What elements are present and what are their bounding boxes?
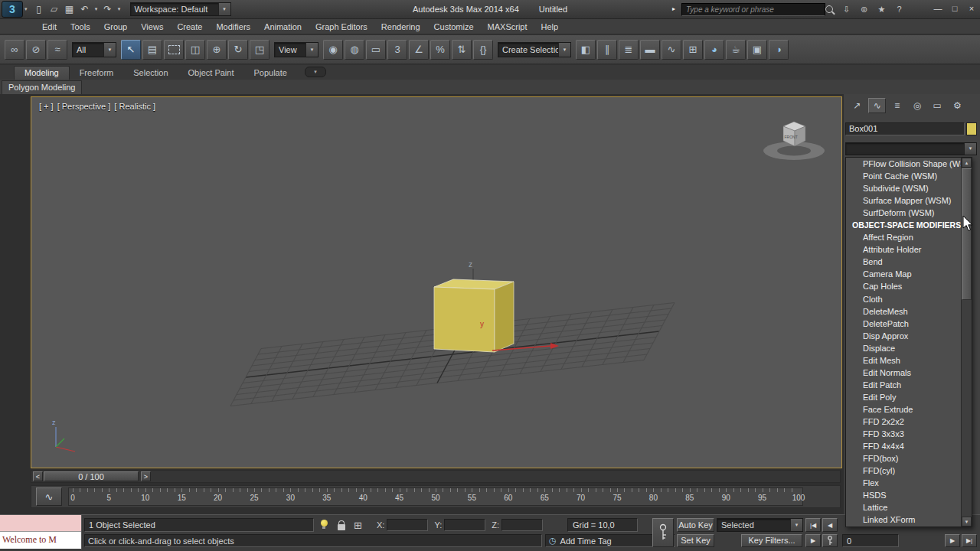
ribbon-subtab-polygon-modeling[interactable]: Polygon Modeling bbox=[2, 80, 82, 94]
modifier-item-affect-region[interactable]: Affect Region bbox=[846, 231, 961, 243]
key-filter-selected-arrow-icon[interactable]: ▼ bbox=[790, 519, 802, 531]
close-button[interactable]: × bbox=[966, 2, 977, 15]
modifier-item-disp-approx[interactable]: Disp Approx bbox=[846, 330, 961, 342]
play-button[interactable]: ▶ bbox=[805, 534, 821, 547]
coord-field-z[interactable] bbox=[501, 519, 543, 531]
ribbon-tab-modeling[interactable]: Modeling bbox=[14, 66, 70, 80]
modifier-item-point-cache-wsm[interactable]: Point Cache (WSM) bbox=[846, 170, 961, 182]
modifier-item-surface-mapper-wsm[interactable]: Surface Mapper (WSM) bbox=[846, 194, 961, 207]
key-mode-toggle-button[interactable] bbox=[822, 534, 838, 547]
modifier-item-hsds[interactable]: HSDS bbox=[846, 489, 961, 501]
go-to-start-button[interactable]: |◀ bbox=[805, 518, 821, 532]
render-setup-icon[interactable]: ☕ bbox=[726, 40, 746, 60]
modifier-item-surfdeform-wsm[interactable]: SurfDeform (WSM) bbox=[846, 207, 961, 219]
search-icon[interactable] bbox=[822, 3, 835, 16]
minimize-button[interactable]: — bbox=[933, 2, 943, 15]
add-time-tag-label[interactable]: Add Time Tag bbox=[560, 536, 612, 546]
maxscript-mini-listener[interactable]: Welcome to M bbox=[0, 515, 82, 549]
menu-customize[interactable]: Customize bbox=[427, 22, 481, 31]
time-step-back-button[interactable]: < bbox=[33, 471, 43, 481]
modifier-list-scrollbar[interactable]: ▲ ▼ bbox=[961, 158, 972, 527]
viewport[interactable]: z y FRONT bbox=[31, 96, 842, 468]
select-and-scale-icon[interactable]: ◳ bbox=[250, 40, 270, 60]
menu-maxscript[interactable]: MAXScript bbox=[481, 22, 534, 31]
auto-key-button[interactable]: Auto Key bbox=[677, 518, 714, 532]
set-keys-button[interactable] bbox=[652, 518, 674, 547]
track-bar[interactable]: ∿ 05101520253035404550556065707580859095… bbox=[31, 485, 841, 508]
key-filter-selected-combo[interactable]: Selected ▼ bbox=[717, 518, 803, 532]
previous-frame-button[interactable]: ◀ bbox=[822, 518, 838, 532]
menu-group[interactable]: Group bbox=[97, 22, 135, 31]
command-tab-utilities[interactable]: ⚙ bbox=[949, 98, 966, 113]
new-scene-icon[interactable]: ▯ bbox=[32, 2, 46, 16]
next-frame-button[interactable]: ▶ bbox=[945, 534, 960, 547]
command-tab-display[interactable]: ▭ bbox=[929, 98, 946, 113]
workspace-combo[interactable]: Workspace: Default ▼ bbox=[130, 2, 231, 16]
menu-tools[interactable]: Tools bbox=[64, 22, 97, 31]
modifier-item-edit-normals[interactable]: Edit Normals bbox=[846, 367, 961, 379]
modifier-item-edit-patch[interactable]: Edit Patch bbox=[846, 379, 961, 391]
modifier-item-cap-holes[interactable]: Cap Holes bbox=[846, 280, 961, 292]
object-name-field[interactable]: Box001 bbox=[845, 122, 965, 135]
select-and-link-icon[interactable]: ∞ bbox=[5, 40, 24, 60]
modifier-item-displace[interactable]: Displace bbox=[846, 342, 961, 354]
menu-views[interactable]: Views bbox=[134, 22, 170, 31]
undo-dropdown-icon[interactable]: ▾ bbox=[93, 2, 100, 16]
subscription-center-icon[interactable]: ⇩ bbox=[840, 3, 853, 16]
application-menu-arrow-icon[interactable]: ▾ bbox=[24, 6, 28, 12]
save-file-icon[interactable]: ▦ bbox=[63, 2, 77, 16]
infocenter-search-input[interactable] bbox=[681, 3, 825, 16]
coord-field-y[interactable] bbox=[444, 519, 485, 531]
modifier-item-subdivide-wsm[interactable]: Subdivide (WSM) bbox=[846, 182, 961, 194]
keyboard-shortcut-override-icon[interactable]: ▭ bbox=[366, 40, 386, 60]
menu-graph-editors[interactable]: Graph Editors bbox=[309, 22, 374, 31]
modifier-item-ffd-3x3x3[interactable]: FFD 3x3x3 bbox=[846, 428, 961, 440]
ribbon-toggle-icon[interactable]: ▬ bbox=[640, 40, 660, 60]
window-crossing-icon[interactable]: ◫ bbox=[185, 40, 205, 60]
box-object[interactable] bbox=[434, 279, 514, 352]
view-cube-front-label[interactable]: FRONT bbox=[785, 135, 798, 139]
modifier-item-edit-poly[interactable]: Edit Poly bbox=[846, 391, 961, 403]
current-frame-field[interactable]: 0 bbox=[842, 534, 899, 547]
select-and-manipulate-icon[interactable]: ◍ bbox=[345, 40, 364, 60]
favorites-icon[interactable]: ★ bbox=[875, 3, 888, 16]
modifier-item-pflow-collision-shape-wsm[interactable]: PFlow Collision Shape (WSM) bbox=[846, 158, 961, 170]
ribbon-tab-selection[interactable]: Selection bbox=[123, 67, 178, 80]
menu-help[interactable]: Help bbox=[534, 22, 566, 31]
modifier-item-ffd-4x4x4[interactable]: FFD 4x4x4 bbox=[846, 440, 961, 452]
command-tab-motion[interactable]: ◎ bbox=[909, 98, 926, 113]
modifier-item-camera-map[interactable]: Camera Map bbox=[846, 268, 961, 280]
modifier-item-deletemesh[interactable]: DeleteMesh bbox=[846, 305, 961, 318]
ribbon-tab-freeform[interactable]: Freeform bbox=[70, 67, 124, 80]
help-icon[interactable]: ? bbox=[893, 3, 906, 16]
key-filters-button[interactable]: Key Filters... bbox=[741, 534, 802, 547]
rendered-frame-window-icon[interactable]: ▣ bbox=[747, 40, 767, 60]
ribbon-tab-populate[interactable]: Populate bbox=[243, 67, 296, 80]
modifier-item-face-extrude[interactable]: Face Extrude bbox=[846, 403, 961, 416]
command-tab-modify[interactable]: ∿ bbox=[868, 98, 886, 113]
set-key-button[interactable]: Set Key bbox=[677, 534, 714, 547]
named-selection-set-combo-arrow-icon[interactable]: ▼ bbox=[558, 43, 570, 57]
ribbon-collapse-button[interactable]: ▾ bbox=[305, 67, 326, 77]
communication-center-icon[interactable]: ⊚ bbox=[858, 3, 871, 16]
coord-field-x[interactable] bbox=[387, 519, 428, 531]
viewport-shading-label[interactable]: [ Realistic ] bbox=[114, 102, 155, 111]
spinner-snap-icon[interactable]: ⇅ bbox=[452, 40, 472, 60]
box-front-face[interactable] bbox=[434, 287, 495, 352]
use-pivot-point-center-icon[interactable]: ◉ bbox=[323, 40, 343, 60]
open-file-icon[interactable]: ▱ bbox=[47, 2, 61, 16]
modifier-item-ffd-box[interactable]: FFD(box) bbox=[846, 452, 961, 465]
application-menu-button[interactable]: 3 bbox=[2, 1, 23, 18]
undo-icon[interactable]: ↶ bbox=[78, 2, 92, 16]
object-color-swatch[interactable] bbox=[966, 122, 977, 135]
selection-filter-combo-arrow-icon[interactable]: ▼ bbox=[103, 43, 116, 57]
macro-recorder-pane[interactable] bbox=[0, 515, 81, 532]
modifier-list-combo[interactable]: ▼ bbox=[845, 142, 977, 155]
render-production-icon[interactable]: ◑ bbox=[769, 40, 789, 60]
bind-to-space-warp-icon[interactable]: ≈ bbox=[47, 40, 67, 60]
menu-modifiers[interactable]: Modifiers bbox=[209, 22, 257, 31]
modifier-item-ffd-2x2x2[interactable]: FFD 2x2x2 bbox=[846, 416, 961, 428]
reference-coordinate-combo[interactable]: View▼ bbox=[274, 42, 318, 57]
modifier-item-bend[interactable]: Bend bbox=[846, 256, 961, 268]
select-and-move-icon[interactable]: ⊕ bbox=[207, 40, 227, 60]
